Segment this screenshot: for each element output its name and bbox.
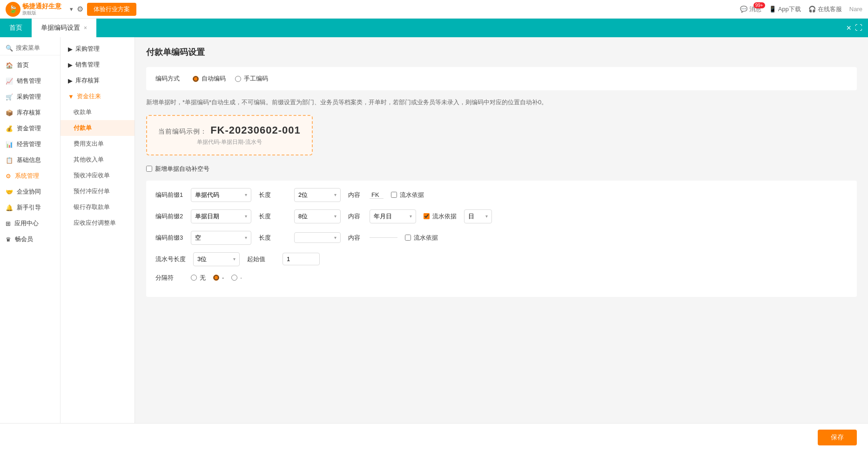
flow2-checkbox-label[interactable]: 流水依据 xyxy=(424,212,457,221)
guide-icon: 🔔 xyxy=(6,204,13,211)
flow2-period-select[interactable]: 日 ▾ xyxy=(464,209,492,223)
group-purchase: ▶ 采购管理 xyxy=(61,41,135,57)
sidebar-item-system[interactable]: ⚙ 系统管理 xyxy=(0,168,60,184)
save-button[interactable]: 保存 xyxy=(818,430,857,445)
online-service-button[interactable]: 🎧 在线客服 xyxy=(808,5,842,13)
logo-main-text: 畅捷通好生意 xyxy=(22,2,61,10)
messages-badge: 99+ xyxy=(754,2,765,8)
chevron-down-icon10: ▾ xyxy=(245,235,247,240)
finance-icon: 💰 xyxy=(6,125,13,132)
sidebar-item-inventory[interactable]: 📦 库存核算 xyxy=(0,105,60,121)
trial-btn[interactable]: 体验行业方案 xyxy=(87,3,136,16)
separator-dot-radio[interactable] xyxy=(231,275,237,281)
fullscreen-icon[interactable]: ⛶ xyxy=(855,24,862,32)
separator-dash-option[interactable]: - xyxy=(213,274,224,281)
content3-value xyxy=(370,237,397,238)
info-text: 新增单据时，*单据编码*自动生成，不可编辑。前缀设置为部门、业务员等档案类，开单… xyxy=(146,98,857,108)
flow2-checkbox[interactable] xyxy=(424,213,430,219)
sub-item-advance-receivable[interactable]: 预收冲应收单 xyxy=(61,168,135,183)
tab-home[interactable]: 首页 xyxy=(0,19,32,37)
sales-icon: 📈 xyxy=(6,78,13,85)
form-section: 编码前缀1 单据代码 ▾ 长度 2位 ▾ 内容 FK 流水依据 xyxy=(146,181,857,297)
group-finance-title[interactable]: ▼ 资金往来 xyxy=(61,88,135,104)
serial-start-input[interactable] xyxy=(283,253,320,265)
prefix3-label: 编码前缀3 xyxy=(155,234,183,242)
sidebar-item-base[interactable]: 📋 基础信息 xyxy=(0,152,60,168)
app-download-button[interactable]: 📱 App下载 xyxy=(769,5,801,13)
separator-none-option[interactable]: 无 xyxy=(191,274,206,282)
auto-encoding-option[interactable]: 自动编码 xyxy=(193,74,226,83)
flow1-checkbox-label[interactable]: 流水依据 xyxy=(391,191,424,199)
sidebar-search[interactable]: 🔍 搜索菜单 xyxy=(0,41,60,55)
sidebar-item-member[interactable]: ♛ 畅会员 xyxy=(0,231,60,247)
manual-encoding-option[interactable]: 手工编码 xyxy=(235,74,268,83)
sub-item-adjustment[interactable]: 应收应付调整单 xyxy=(61,215,135,231)
enterprise-icon: 🤝 xyxy=(6,188,13,195)
separator-dot-option[interactable]: · xyxy=(231,274,242,281)
flow3-checkbox[interactable] xyxy=(405,235,411,241)
sidebar-item-purchase[interactable]: 🛒 采购管理 xyxy=(0,89,60,105)
nav-tabs: 首页 单据编码设置 × × ⛶ xyxy=(0,19,868,37)
sidebar-item-home[interactable]: 🏠 首页 xyxy=(0,57,60,73)
operations-icon: 📊 xyxy=(6,141,13,148)
sub-item-other-income[interactable]: 其他收入单 xyxy=(61,152,135,168)
chevron-down-icon9: ▾ xyxy=(485,214,488,219)
encoding-label: 编码方式 xyxy=(155,74,180,83)
settings-icon[interactable]: ⚙ xyxy=(77,5,83,13)
flow1-checkbox[interactable] xyxy=(391,192,397,198)
serial-length-select[interactable]: 3位 ▾ xyxy=(193,252,240,266)
sub-item-expense[interactable]: 费用支出单 xyxy=(61,136,135,152)
prefix3-select[interactable]: 空 ▾ xyxy=(191,231,251,245)
separator-dash-radio[interactable] xyxy=(213,275,219,281)
encoding-radio-group: 编码方式 自动编码 手工编码 xyxy=(155,74,848,83)
separator-none-radio[interactable] xyxy=(191,275,197,281)
sidebar-item-finance[interactable]: 💰 资金管理 xyxy=(0,121,60,136)
chevron-down-icon6: ▾ xyxy=(245,214,247,219)
content1-value: FK xyxy=(370,191,384,199)
message-icon: 💬 xyxy=(740,6,747,13)
auto-encoding-radio[interactable] xyxy=(193,76,199,82)
user-menu[interactable]: Nare xyxy=(849,6,862,13)
sidebar-item-enterprise[interactable]: 🤝 企业协同 xyxy=(0,184,60,200)
page-title: 付款单编码设置 xyxy=(146,47,857,58)
length3-select[interactable]: ▾ xyxy=(294,232,341,243)
content2-select[interactable]: 年月日 ▾ xyxy=(370,209,416,223)
prefix2-select[interactable]: 单据日期 ▾ xyxy=(191,209,251,223)
prefix1-select[interactable]: 单据代码 ▾ xyxy=(191,188,251,202)
online-service-label: 在线客服 xyxy=(818,5,842,13)
sub-item-bank[interactable]: 银行存取款单 xyxy=(61,199,135,215)
chevron-down-icon12: ▾ xyxy=(233,256,236,262)
sidebar-item-operations[interactable]: 📊 经营管理 xyxy=(0,136,60,152)
sidebar-item-sales[interactable]: 📈 销售管理 xyxy=(0,73,60,89)
base-icon: 📋 xyxy=(6,157,13,164)
dropdown-button[interactable]: ▾ xyxy=(70,6,73,13)
preview-desc: 单据代码-单据日期-流水号 xyxy=(158,138,301,146)
purchase-icon: 🛒 xyxy=(6,94,13,101)
encoding-mode-card: 编码方式 自动编码 手工编码 xyxy=(146,67,857,90)
auto-fill-checkbox-label[interactable]: 新增单据自动补空号 xyxy=(146,165,209,173)
manual-encoding-radio[interactable] xyxy=(235,76,241,82)
group-inventory-title[interactable]: ▶ 库存核算 xyxy=(61,73,135,88)
sidebar: 🔍 搜索菜单 🏠 首页 📈 销售管理 🛒 采购管理 📦 库存核算 💰 资金管理 … xyxy=(0,37,61,451)
auto-fill-checkbox[interactable] xyxy=(146,166,152,172)
inventory-icon: 📦 xyxy=(6,109,13,116)
length1-select[interactable]: 2位 ▾ xyxy=(294,188,341,202)
chevron-down-icon8: ▾ xyxy=(410,214,412,219)
tab-close-icon[interactable]: × xyxy=(84,25,87,31)
preview-code: 当前编码示例： FK-20230602-001 xyxy=(158,124,301,136)
chevron-right-icon3: ▶ xyxy=(68,77,73,84)
close-window-icon[interactable]: × xyxy=(846,23,851,33)
sidebar-item-apps[interactable]: ⊞ 应用中心 xyxy=(0,215,60,231)
sidebar-item-guide[interactable]: 🔔 新手引导 xyxy=(0,200,60,215)
group-purchase-title[interactable]: ▶ 采购管理 xyxy=(61,41,135,57)
messages-button[interactable]: 💬 消息 99+ xyxy=(740,5,761,13)
length2-select[interactable]: 8位 ▾ xyxy=(294,209,341,223)
sub-item-receipt[interactable]: 收款单 xyxy=(61,104,135,120)
flow3-checkbox-label[interactable]: 流水依据 xyxy=(405,234,438,242)
group-sales-title[interactable]: ▶ 销售管理 xyxy=(61,57,135,73)
tab-encoding-settings[interactable]: 单据编码设置 × xyxy=(32,19,96,37)
chevron-down-icon4: ▾ xyxy=(245,192,247,197)
sub-item-payment[interactable]: 付款单 xyxy=(61,120,135,136)
bottom-bar: 保存 xyxy=(0,423,868,451)
sub-item-advance-payable[interactable]: 预付冲应付单 xyxy=(61,183,135,199)
